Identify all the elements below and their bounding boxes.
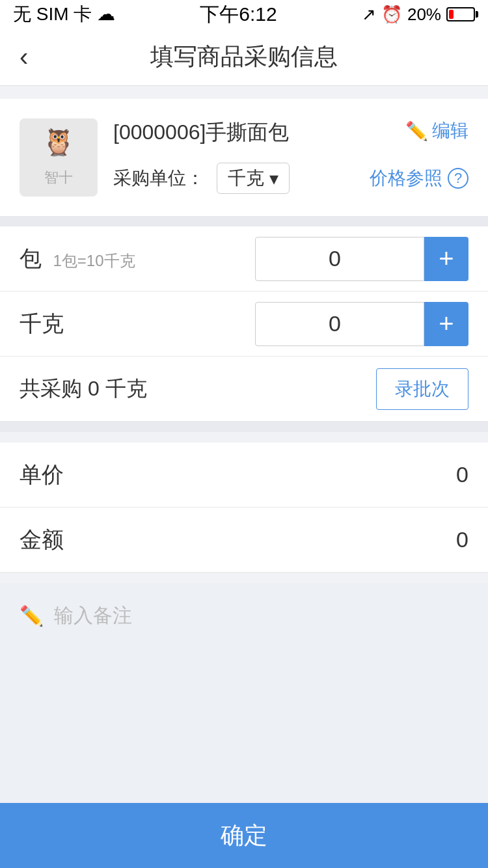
batch-button[interactable]: 录批次 — [376, 368, 468, 410]
bag-input[interactable] — [255, 237, 424, 281]
section-divider-1 — [0, 216, 488, 226]
bag-plus-button[interactable]: + — [424, 237, 468, 281]
price-section: 单价 0 金额 0 — [0, 442, 488, 573]
back-button[interactable]: ‹ — [20, 42, 28, 72]
total-text: 共采购 0 千克 — [20, 375, 376, 403]
price-ref-label: 价格参照 — [370, 166, 442, 191]
pencil-icon: ✏️ — [20, 604, 44, 627]
chevron-down-icon: ▾ — [269, 168, 278, 189]
amount-row: 金额 0 — [0, 508, 488, 573]
location-icon: ↗ — [362, 5, 376, 25]
total-row: 共采购 0 千克 录批次 — [0, 357, 488, 422]
confirm-label: 确定 — [221, 820, 267, 852]
price-ref-question-icon: ? — [448, 168, 468, 189]
bag-label-group: 包 1包=10千克 — [20, 244, 255, 274]
product-logo: 🦉智十 — [42, 126, 75, 189]
price-ref-button[interactable]: 价格参照 ? — [370, 166, 468, 191]
page-title: 填写商品采购信息 — [150, 41, 338, 73]
unit-section: 采购单位： 千克 ▾ — [113, 163, 290, 194]
notes-section[interactable]: ✏️ 输入备注 — [0, 583, 488, 649]
status-bar-time: 下午6:12 — [200, 1, 277, 28]
notes-placeholder: 输入备注 — [54, 603, 132, 629]
unit-price-row: 单价 0 — [0, 442, 488, 508]
bag-input-row: 包 1包=10千克 + — [0, 226, 488, 292]
unit-value: 千克 — [228, 166, 264, 191]
status-bar-left: 无 SIM 卡 ☁ — [13, 2, 115, 27]
product-info: [0000006]手撕面包 ✏️ 编辑 采购单位： 千克 ▾ 价格参照 ? — [113, 118, 468, 194]
bag-label: 包 — [20, 246, 42, 271]
no-sim-text: 无 SIM 卡 ☁ — [13, 2, 115, 27]
status-bar: 无 SIM 卡 ☁ 下午6:12 ↗ ⏰ 20% — [0, 0, 488, 29]
kg-label: 千克 — [20, 309, 255, 339]
edit-icon: ✏️ — [405, 120, 428, 142]
edit-label: 编辑 — [432, 118, 468, 143]
product-unit-row: 采购单位： 千克 ▾ 价格参照 ? — [113, 163, 468, 194]
input-section: 包 1包=10千克 + 千克 + 共采购 0 千克 录批次 — [0, 226, 488, 422]
unit-price-label: 单价 — [20, 460, 456, 490]
kg-input-wrap: + — [255, 302, 468, 346]
confirm-button[interactable]: 确定 — [0, 803, 488, 868]
alarm-icon: ⏰ — [381, 5, 402, 25]
product-name: [0000006]手撕面包 — [113, 118, 289, 147]
bag-input-wrap: + — [255, 237, 468, 281]
unit-select[interactable]: 千克 ▾ — [217, 163, 290, 194]
battery-percent: 20% — [407, 5, 441, 25]
battery-icon — [446, 7, 475, 21]
kg-plus-button[interactable]: + — [424, 302, 468, 346]
amount-label: 金额 — [20, 525, 456, 555]
status-bar-right: ↗ ⏰ 20% — [362, 5, 475, 25]
unit-label: 采购单位： — [113, 168, 204, 188]
bag-sublabel: 1包=10千克 — [53, 252, 135, 269]
unit-price-value: 0 — [456, 462, 468, 487]
product-card: 🦉智十 [0000006]手撕面包 ✏️ 编辑 采购单位： 千克 ▾ 价格参照 … — [0, 99, 488, 216]
section-divider-2 — [0, 422, 488, 432]
nav-bar: ‹ 填写商品采购信息 — [0, 29, 488, 86]
product-header: [0000006]手撕面包 ✏️ 编辑 — [113, 118, 468, 147]
kg-input-row: 千克 + — [0, 292, 488, 357]
product-image: 🦉智十 — [20, 118, 98, 197]
amount-value: 0 — [456, 527, 468, 552]
kg-input[interactable] — [255, 302, 424, 346]
edit-button[interactable]: ✏️ 编辑 — [405, 118, 468, 143]
